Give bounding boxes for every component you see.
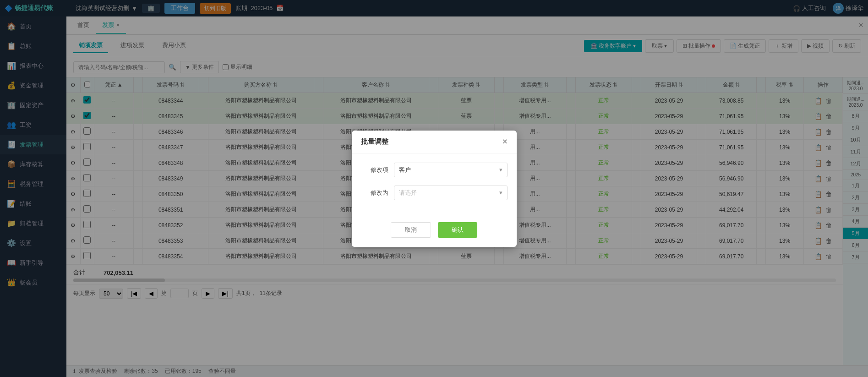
form-row-value: 修改为 请选择 ▾ (361, 186, 508, 200)
modal-overlay: 批量调整 × 修改项 客户 ▾ 修改为 请选择 ▾ 取消 (0, 0, 868, 377)
modal-body: 修改项 客户 ▾ 修改为 请选择 ▾ (352, 153, 517, 218)
field-label: 修改项 (361, 166, 388, 174)
value-label: 修改为 (361, 189, 388, 197)
modal-cancel-btn[interactable]: 取消 (391, 222, 431, 238)
batch-adjust-modal: 批量调整 × 修改项 客户 ▾ 修改为 请选择 ▾ 取消 (352, 131, 517, 247)
value-select[interactable]: 请选择 ▾ (394, 186, 508, 200)
modal-confirm-btn[interactable]: 确认 (438, 222, 477, 238)
modal-close-btn[interactable]: × (502, 137, 508, 147)
modal-header: 批量调整 × (352, 131, 517, 153)
modal-footer: 取消 确认 (352, 218, 517, 247)
value-select-arrow-icon: ▾ (499, 189, 502, 196)
form-row-field: 修改项 客户 ▾ (361, 163, 508, 177)
field-select[interactable]: 客户 ▾ (394, 163, 508, 177)
field-select-arrow-icon: ▾ (499, 166, 502, 173)
